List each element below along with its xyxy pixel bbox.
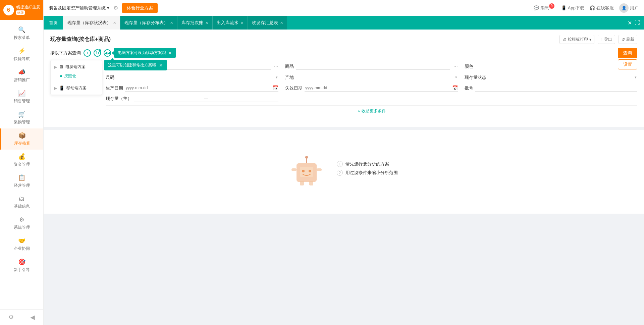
refresh-icon: ↺ [622, 37, 625, 42]
tab-inventory-dist[interactable]: 现存量（库存分布表） ✕ [120, 16, 177, 30]
system-dropdown[interactable]: 装备及固定资产辅助管理系统 ▾ [49, 5, 109, 11]
sidebar-item-inventory[interactable]: 📦 库存核算 [0, 128, 43, 150]
refresh-btn[interactable]: ↺ 刷新 [619, 35, 637, 44]
industry-btn[interactable]: 体验行业方案 [122, 3, 158, 13]
export-icon: ↑ [601, 37, 603, 42]
online-support-item[interactable]: 🎧 在线客服 [590, 5, 614, 11]
product-dots-icon[interactable]: ··· [453, 63, 458, 69]
tab-inout-flow[interactable]: 出入库流水 ✕ [212, 16, 248, 30]
pc-scheme-icon: 🖥 [59, 64, 63, 69]
size-select[interactable] [116, 73, 278, 81]
close-all-tabs-icon[interactable]: ✕ [628, 20, 632, 26]
tooltip1-close[interactable]: ✕ [168, 50, 172, 56]
color-select[interactable] [475, 62, 637, 70]
export-btn[interactable]: ↑ 导出 [598, 35, 615, 44]
sidebar-item-system[interactable]: ⚙ 系统管理 [0, 213, 43, 234]
stock-status-label: 现存量状态 [465, 74, 486, 80]
sidebar: 6 畅捷通好生意 标版 🔍 搜索菜单 ⚡ 快捷导航 📣 营销推广 📈 销售管理 … [0, 0, 44, 325]
sidebar-item-marketing[interactable]: 📣 营销推广 [0, 65, 43, 86]
fullscreen-icon[interactable]: ⛶ [635, 20, 640, 26]
svg-point-3 [309, 170, 311, 172]
print-dropdown-icon: ▾ [589, 37, 591, 42]
user-item[interactable]: 👤 用户 [619, 3, 639, 13]
settings-icon[interactable]: ⚙ [113, 5, 118, 11]
expire-date-calendar-icon[interactable]: 📅 [452, 85, 458, 91]
step-2-text: 用过滤条件来缩小分析范围 [345, 170, 398, 176]
sidebar-item-operation[interactable]: 📋 经营管理 [0, 171, 43, 192]
origin-select[interactable] [296, 73, 458, 81]
batch-no-input[interactable] [475, 85, 637, 91]
tab-close-inout-flow[interactable]: ✕ [240, 21, 244, 25]
filter-cycle-btn[interactable]: ↻ [94, 49, 101, 57]
tab-batch-account[interactable]: 库存批次账 ✕ [177, 16, 212, 30]
filter-row-2: 尺码 产地 [106, 73, 637, 81]
produce-date-calendar-icon[interactable]: 📅 [273, 85, 278, 91]
header-left: 装备及固定资产辅助管理系统 ▾ ⚙ 体验行业方案 [49, 3, 158, 13]
pc-scheme-node[interactable]: ▶ 🖥 电脑端方案 [51, 62, 102, 71]
tab-bar-actions: ✕ ⛶ [624, 20, 644, 26]
expire-date-field: 失效日期 📅 [285, 85, 458, 92]
sidebar-item-quick-nav[interactable]: ⚡ 快捷导航 [0, 44, 43, 65]
print-icon: 🖨 [562, 37, 567, 42]
filter-back-btn[interactable]: ◀◀ [104, 49, 111, 57]
step-1-text: 请先选择要分析的方案 [345, 161, 389, 167]
logo-text: 畅捷通好生意 标版 [16, 5, 40, 15]
warehouse-dots-icon[interactable]: ··· [274, 63, 278, 69]
stock-main-to-input[interactable] [210, 95, 278, 102]
page-title: 现存量查询(按仓库+商品) [50, 36, 111, 43]
purchase-icon: 🛒 [18, 111, 25, 118]
tab-inventory-status[interactable]: 现存量（库存状况表） ✕ [63, 16, 120, 30]
sidebar-bottom: ⚙ ◀ [0, 309, 43, 325]
filter-row-1: 仓库 ··· 商品 ··· [106, 62, 637, 70]
header-right: 💬 消息 9 📱 App下载 🎧 在线客服 👤 用户 [534, 3, 639, 13]
pc-scheme-child-node[interactable]: 按照仓 [51, 71, 102, 80]
mobile-scheme-node[interactable]: ▶ 📱 移动端方案 [51, 84, 102, 93]
color-field: 颜色 [465, 62, 637, 70]
operation-icon: 📋 [18, 174, 25, 181]
tab-receive-summary[interactable]: 收发存汇总表 ✕ [248, 16, 287, 30]
sidebar-item-finance[interactable]: 💰 资金管理 [0, 150, 43, 171]
app-download-item[interactable]: 📱 App下载 [561, 5, 584, 11]
print-btn[interactable]: 🖨 按模板打印 ▾ [559, 35, 594, 44]
sales-icon: 📈 [18, 90, 25, 97]
dropdown-arrow-icon: ▾ [107, 5, 109, 10]
tab-close-inventory-dist[interactable]: ✕ [170, 21, 173, 25]
collapse-row[interactable]: ∧ 收起更多条件 [106, 105, 637, 117]
sidebar-item-purchase[interactable]: 🛒 采购管理 [0, 107, 43, 128]
tooltip2-close[interactable]: ✕ [159, 63, 163, 68]
tab-close-batch-account[interactable]: ✕ [205, 21, 208, 25]
sidebar-item-guide[interactable]: 🎯 新手引导 [0, 255, 43, 276]
produce-date-input[interactable] [125, 85, 272, 91]
expire-date-input[interactable] [305, 85, 451, 91]
message-item[interactable]: 💬 消息 9 [534, 5, 556, 11]
tab-close-receive-summary[interactable]: ✕ [280, 21, 283, 25]
tab-close-inventory-status[interactable]: ✕ [113, 21, 116, 25]
svg-rect-6 [291, 168, 297, 171]
batch-no-field: 批号 [465, 85, 637, 92]
settings-bottom-icon[interactable]: ⚙ [8, 314, 14, 321]
svg-rect-9 [309, 181, 313, 185]
product-input[interactable] [296, 63, 450, 69]
sidebar-item-enterprise[interactable]: 🤝 企业协同 [0, 234, 43, 255]
size-field-label: 尺码 [106, 74, 114, 80]
tab-home[interactable]: 首页 [44, 16, 63, 30]
empty-steps: 1 请先选择要分析的方案 2 用过滤条件来缩小分析范围 [337, 161, 398, 176]
search-btn[interactable]: 查询 [618, 48, 637, 58]
color-field-label: 颜色 [465, 63, 473, 69]
system-icon: ⚙ [19, 216, 24, 223]
expire-date-label: 失效日期 [285, 85, 303, 91]
stock-status-select[interactable] [488, 73, 637, 81]
sidebar-item-sales[interactable]: 📈 销售管理 [0, 86, 43, 107]
mobile-scheme-label: 移动端方案 [66, 85, 87, 91]
sidebar-item-search-menu[interactable]: 🔍 搜索菜单 [0, 23, 43, 44]
filter-add-btn[interactable]: + [84, 49, 91, 57]
sidebar-item-basic[interactable]: 🗂 基础信息 [0, 192, 43, 213]
stock-main-label: 现存量（主） [106, 96, 132, 102]
phone-icon: 📱 [561, 5, 567, 10]
pc-scheme-arrow: ▶ [54, 65, 57, 69]
stock-main-from-input[interactable] [134, 95, 203, 102]
collapse-sidebar-icon[interactable]: ◀ [30, 314, 35, 321]
message-icon: 💬 [534, 5, 539, 10]
mobile-scheme-icon: 📱 [59, 86, 64, 91]
setting-btn[interactable]: 设置 [618, 59, 637, 69]
